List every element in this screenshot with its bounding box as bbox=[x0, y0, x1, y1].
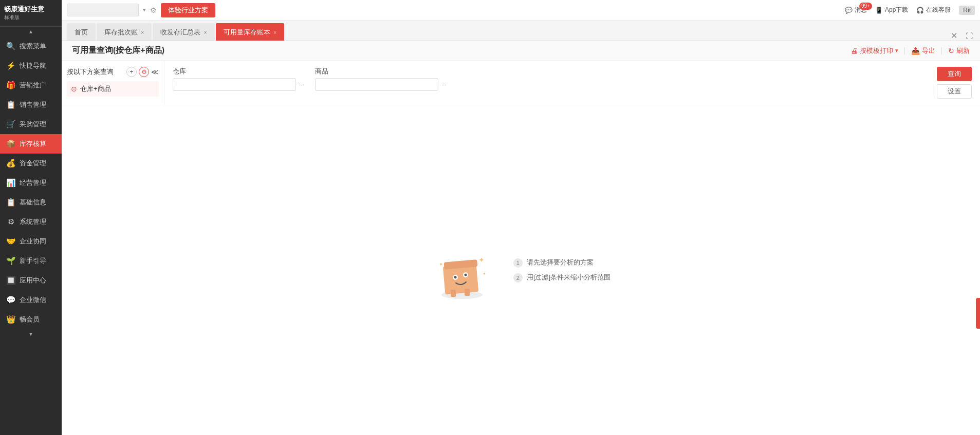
goods-input[interactable] bbox=[315, 78, 438, 91]
warehouse-label: 仓库 bbox=[173, 67, 305, 76]
tabs-bar-right: ✕ ⛶ bbox=[949, 31, 975, 41]
svg-rect-7 bbox=[451, 290, 456, 297]
search-label: 搜索菜单 bbox=[20, 42, 46, 51]
setting-btn[interactable]: 设置 bbox=[937, 84, 972, 99]
headset-icon: 🎧 bbox=[916, 7, 924, 14]
basic-label: 基础信息 bbox=[20, 198, 46, 207]
sidebar-item-finance[interactable]: 💰 资金管理 bbox=[0, 154, 62, 173]
online-service-link[interactable]: 🎧 在线客服 bbox=[916, 6, 951, 14]
sales-icon: 📋 bbox=[6, 100, 15, 109]
appcenter-icon: 🔲 bbox=[6, 276, 15, 285]
warehouse-input[interactable] bbox=[173, 78, 296, 91]
member-icon: 👑 bbox=[6, 315, 15, 324]
query-section: 按以下方案查询 + ⚙ ≪ ⊙ 仓库+商品 仓库 ··· bbox=[62, 61, 980, 105]
topbar-search[interactable] bbox=[67, 4, 139, 16]
query-sidebar-icons: + ⚙ ≪ bbox=[126, 67, 159, 77]
tabs-close-all-btn[interactable]: ✕ bbox=[949, 31, 959, 41]
user-avatar[interactable]: Rit bbox=[959, 6, 975, 15]
print-icon: 🖨 bbox=[850, 47, 858, 55]
sidebar-scroll-up[interactable]: ▲ bbox=[0, 27, 62, 36]
wechat-icon: 💬 bbox=[6, 295, 15, 305]
quicknav-label: 快捷导航 bbox=[20, 61, 46, 70]
newguide-label: 新手引导 bbox=[20, 256, 46, 266]
tab-home[interactable]: 首页 bbox=[67, 23, 96, 41]
tab-available-ledger-close[interactable]: × bbox=[273, 29, 276, 35]
sidebar-item-system[interactable]: ⚙ 系统管理 bbox=[0, 212, 62, 232]
tab-collect-summary[interactable]: 收发存汇总表 × bbox=[153, 23, 214, 41]
tab-batch-account[interactable]: 库存批次账 × bbox=[97, 23, 152, 41]
sidebar-item-sales[interactable]: 📋 销售管理 bbox=[0, 95, 62, 115]
empty-svg: ✦ ✦ ✦ bbox=[431, 239, 493, 301]
marketing-icon: 🎁 bbox=[6, 81, 15, 90]
sidebar-item-appcenter[interactable]: 🔲 应用中心 bbox=[0, 271, 62, 290]
msg-icon: 💬 bbox=[845, 7, 853, 14]
sidebar-logo: 畅康通好生意 标准版 bbox=[0, 0, 62, 27]
enterprise-label: 企业协同 bbox=[20, 237, 46, 246]
topbar-gear-icon[interactable]: ⚙ bbox=[150, 6, 157, 14]
warehouse-more-btn[interactable]: ··· bbox=[298, 82, 305, 88]
tab-batch-account-label: 库存批次账 bbox=[104, 28, 138, 37]
sidebar-item-purchase[interactable]: 🛒 采购管理 bbox=[0, 115, 62, 134]
sidebar-item-basic[interactable]: 📋 基础信息 bbox=[0, 193, 62, 212]
goods-input-wrap: ··· bbox=[315, 78, 447, 91]
industry-btn[interactable]: 体验行业方案 bbox=[161, 3, 215, 17]
system-icon: ⚙ bbox=[6, 217, 15, 226]
add-scheme-btn[interactable]: + bbox=[126, 67, 137, 77]
export-label: 导出 bbox=[922, 46, 935, 55]
sidebar-items: 🔍 搜索菜单 ⚡ 快捷导航 🎁 营销推广 📋 销售管理 🛒 采购管理 📦 库存核… bbox=[0, 36, 62, 329]
sidebar-item-enterprise[interactable]: 🤝 企业协同 bbox=[0, 232, 62, 251]
divider-1 bbox=[904, 47, 905, 54]
print-action[interactable]: 🖨 按模板打印 ▾ bbox=[850, 46, 898, 55]
warehouse-input-wrap: ··· bbox=[173, 78, 305, 91]
sidebar-item-newguide[interactable]: 🌱 新手引导 bbox=[0, 251, 62, 271]
topbar: ▾ ⚙ 体验行业方案 💬 消息 99+ 📱 App下载 🎧 在线客服 Rit bbox=[62, 0, 980, 21]
goods-more-btn[interactable]: ··· bbox=[440, 82, 447, 88]
warehouse-field: 仓库 ··· bbox=[173, 67, 305, 91]
sidebar-item-search[interactable]: 🔍 搜索菜单 bbox=[0, 36, 62, 56]
refresh-label: 刷新 bbox=[956, 46, 970, 55]
sidebar-scroll-down[interactable]: ▼ bbox=[0, 329, 62, 339]
inventory-icon: 📦 bbox=[6, 139, 15, 148]
manage-scheme-btn[interactable]: ⚙ bbox=[139, 67, 149, 77]
empty-state: ✦ ✦ ✦ 1 请先选择要分析的方案 2 用[过滤]条件来缩小分析范围 bbox=[62, 105, 980, 435]
empty-hints: 1 请先选择要分析的方案 2 用[过滤]条件来缩小分析范围 bbox=[513, 258, 611, 282]
sidebar-item-wechat[interactable]: 💬 企业微信 bbox=[0, 290, 62, 310]
tab-batch-account-close[interactable]: × bbox=[141, 29, 144, 35]
query-sidebar-header: 按以下方案查询 + ⚙ ≪ bbox=[67, 67, 159, 77]
business-label: 经营管理 bbox=[20, 178, 46, 187]
app-download-link[interactable]: 📱 App下载 bbox=[875, 6, 908, 14]
tab-available-ledger[interactable]: 可用量库存账本 × bbox=[216, 23, 284, 41]
goods-label: 商品 bbox=[315, 67, 447, 76]
finance-icon: 💰 bbox=[6, 159, 15, 168]
tab-home-label: 首页 bbox=[75, 28, 88, 37]
sidebar-item-quicknav[interactable]: ⚡ 快捷导航 bbox=[0, 56, 62, 75]
svg-text:✦: ✦ bbox=[439, 261, 443, 267]
refresh-icon: ↻ bbox=[948, 47, 954, 55]
svg-text:✦: ✦ bbox=[478, 256, 485, 264]
side-scroll-indicator[interactable] bbox=[976, 298, 980, 329]
sidebar-item-inventory[interactable]: 📦 库存核算 bbox=[0, 134, 62, 154]
hint-text-2: 用[过滤]条件来缩小分析范围 bbox=[527, 273, 611, 282]
topbar-dropdown-icon[interactable]: ▾ bbox=[143, 7, 146, 13]
goods-field: 商品 ··· bbox=[315, 67, 447, 91]
empty-hint-2: 2 用[过滤]条件来缩小分析范围 bbox=[513, 273, 611, 282]
app-download-icon: 📱 bbox=[875, 7, 883, 14]
topbar-right: 💬 消息 99+ 📱 App下载 🎧 在线客服 Rit bbox=[845, 6, 975, 15]
msg-badge: 99+ bbox=[859, 3, 872, 10]
collapse-btn[interactable]: ≪ bbox=[151, 68, 159, 76]
empty-illustration: ✦ ✦ ✦ bbox=[431, 239, 493, 301]
refresh-action[interactable]: ↻ 刷新 bbox=[948, 46, 970, 55]
sales-label: 销售管理 bbox=[20, 100, 46, 109]
scheme-item-warehouse-goods[interactable]: ⊙ 仓库+商品 bbox=[67, 81, 159, 97]
export-action[interactable]: 📤 导出 bbox=[911, 46, 935, 55]
tabs-bar: 首页 库存批次账 × 收发存汇总表 × 可用量库存账本 × ✕ ⛶ bbox=[62, 21, 980, 41]
query-btn[interactable]: 查询 bbox=[937, 67, 972, 81]
quicknav-icon: ⚡ bbox=[6, 61, 15, 70]
sidebar-item-marketing[interactable]: 🎁 营销推广 bbox=[0, 75, 62, 95]
msg-item[interactable]: 💬 消息 99+ bbox=[845, 6, 867, 14]
sidebar-item-business[interactable]: 📊 经营管理 bbox=[0, 173, 62, 193]
tabs-expand-btn[interactable]: ⛶ bbox=[964, 32, 975, 40]
svg-text:✦: ✦ bbox=[483, 272, 486, 276]
tab-collect-summary-close[interactable]: × bbox=[204, 29, 207, 35]
sidebar-item-member[interactable]: 👑 畅会员 bbox=[0, 310, 62, 329]
